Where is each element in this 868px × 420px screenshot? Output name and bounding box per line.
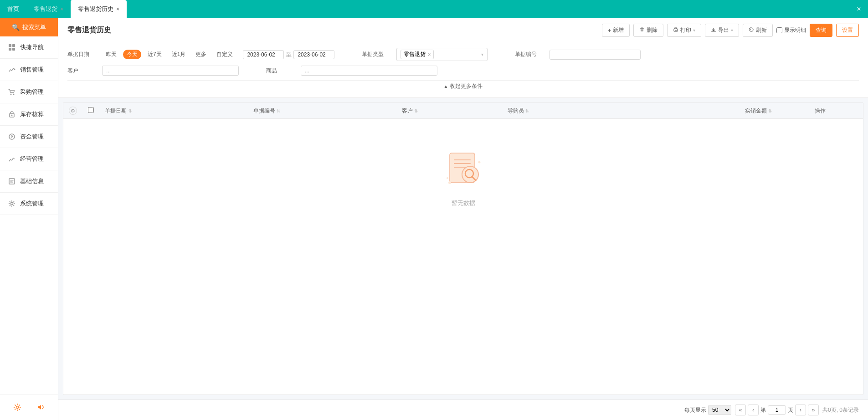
shortcut-custom[interactable]: 自定义	[213, 50, 236, 59]
tab-retail-return[interactable]: 零售退货 ×	[26, 0, 71, 18]
sidebar-item-inventory-label: 库存核算	[20, 110, 44, 118]
col-header-amount: 实销金额 ⇅	[629, 103, 778, 119]
product-filter-select[interactable]: ...	[301, 66, 437, 76]
sidebar-item-inventory[interactable]: 库存核算	[0, 103, 58, 126]
sidebar-item-operation-label: 经营管理	[20, 155, 44, 163]
shortcut-yesterday[interactable]: 昨天	[102, 50, 120, 59]
sidebar-item-basic-info[interactable]: 基础信息	[0, 170, 58, 193]
sidebar-item-operation[interactable]: 经营管理	[0, 148, 58, 170]
sidebar-item-basic-info-label: 基础信息	[20, 177, 44, 185]
sales-icon	[7, 65, 16, 74]
sidebar-search[interactable]: 🔍 搜索菜单	[0, 18, 58, 36]
last-page-button[interactable]: »	[808, 405, 819, 415]
svg-point-11	[11, 203, 13, 205]
sidebar-volume-button[interactable]	[33, 400, 48, 415]
shortcut-today[interactable]: 今天	[123, 50, 141, 59]
collapse-bar[interactable]: ▲ 收起更多条件	[67, 80, 859, 92]
system-icon	[7, 199, 16, 208]
select-all-checkbox[interactable]	[88, 107, 94, 113]
prev-page-button[interactable]: ‹	[748, 405, 759, 415]
shortcut-1month[interactable]: 近1月	[168, 50, 190, 59]
first-page-button[interactable]: «	[735, 405, 746, 415]
tab-retail-return-label: 零售退货	[34, 5, 57, 13]
svg-point-4	[14, 69, 15, 70]
shortcut-more[interactable]: 更多	[192, 50, 210, 59]
type-filter-remove[interactable]: ×	[427, 51, 431, 58]
col-customer-label: 客户	[402, 108, 413, 114]
date-shortcuts: 昨天 今天 近7天 近1月 更多 自定义 至	[102, 50, 334, 59]
sidebar-item-system[interactable]: 系统管理	[0, 193, 58, 215]
sidebar-settings-button[interactable]	[10, 400, 25, 415]
export-icon	[711, 27, 716, 34]
close-window-button[interactable]: ×	[850, 0, 868, 18]
data-table: ⚙ 单据日期 ⇅ 单据编号 ⇅	[63, 103, 863, 235]
page-title-row: 零售退货历史 + 新增 删除	[67, 24, 859, 37]
toolbar: + 新增 删除 打印 ▾	[602, 24, 859, 37]
date-to-input[interactable]	[293, 50, 334, 59]
tab-retail-return-history-label: 零售退货历史	[78, 5, 113, 13]
col-header-actions: 操作	[777, 103, 863, 119]
tab-home[interactable]: 首页	[0, 0, 26, 18]
sidebar-item-purchase[interactable]: 采购管理	[0, 81, 58, 103]
sidebar-item-sales-label: 销售管理	[20, 66, 44, 74]
tab-retail-return-history-close[interactable]: ×	[116, 6, 119, 12]
settings-label: 设置	[842, 26, 853, 34]
delete-button[interactable]: 删除	[633, 24, 663, 37]
date-range: 至	[243, 50, 334, 59]
refresh-icon	[749, 27, 754, 34]
empty-state: 暂无数据	[63, 119, 863, 235]
date-from-input[interactable]	[243, 50, 284, 59]
page-suffix: 页	[788, 406, 793, 414]
inventory-icon	[7, 110, 16, 119]
svg-point-5	[10, 94, 12, 95]
shortcut-7days[interactable]: 近7天	[144, 50, 165, 59]
table-settings-btn[interactable]: ⚙	[69, 107, 77, 115]
settings-button[interactable]: 设置	[836, 24, 859, 37]
tab-retail-return-history[interactable]: 零售退货历史 ×	[71, 0, 127, 18]
sidebar-search-label: 搜索菜单	[22, 23, 46, 31]
display-toggle-label: 显示明细	[784, 26, 806, 34]
refresh-button[interactable]: 刷新	[743, 24, 773, 37]
delete-label: 删除	[647, 26, 657, 34]
sort-voucher-icon[interactable]: ⇅	[277, 108, 280, 113]
tab-retail-return-close[interactable]: ×	[60, 6, 63, 12]
type-filter-select[interactable]: 零售退货 × ▾	[396, 48, 488, 61]
sort-amount-icon[interactable]: ⇅	[768, 108, 772, 113]
sort-customer-icon[interactable]: ⇅	[414, 108, 418, 113]
sidebar-item-quick-nav-label: 快捷导航	[20, 43, 44, 51]
finance-icon	[7, 132, 16, 141]
page-prefix: 第	[760, 406, 766, 414]
main-layout: 🔍 搜索菜单 快捷导航 销售管理 采购管理 库存核算	[0, 18, 868, 420]
col-amount-label: 实销金额	[745, 108, 767, 114]
customer-filter-select[interactable]: ...	[102, 66, 239, 76]
svg-point-6	[13, 94, 15, 95]
page-title: 零售退货历史	[67, 26, 111, 35]
page-number-input[interactable]	[768, 405, 786, 415]
col-header-guide: 导购员 ⇅	[502, 103, 629, 119]
type-filter-value: 零售退货	[404, 51, 426, 58]
print-button[interactable]: 打印 ▾	[667, 24, 701, 37]
sidebar-item-purchase-label: 采购管理	[20, 88, 44, 96]
new-button[interactable]: + 新增	[602, 24, 630, 37]
sort-guide-icon[interactable]: ⇅	[525, 108, 529, 113]
empty-text: 暂无数据	[452, 199, 475, 207]
type-filter-label: 单据类型	[362, 51, 387, 58]
refresh-label: 刷新	[756, 26, 767, 34]
plus-icon: +	[608, 27, 611, 34]
sidebar-item-finance[interactable]: 资金管理	[0, 126, 58, 148]
next-page-button[interactable]: ›	[795, 405, 806, 415]
svg-point-21	[448, 181, 451, 184]
sort-date-icon[interactable]: ⇅	[128, 108, 132, 113]
sidebar-item-system-label: 系统管理	[20, 200, 44, 208]
page-size-dropdown[interactable]: 50 100 200	[708, 405, 731, 415]
voucher-filter-input[interactable]	[550, 50, 641, 60]
sidebar-item-quick-nav[interactable]: 快捷导航	[0, 36, 58, 59]
display-toggle-checkbox[interactable]	[776, 27, 782, 33]
page-size-select: 每页显示 50 100 200	[684, 405, 731, 415]
export-label: 导出	[718, 26, 729, 34]
export-button[interactable]: 导出 ▾	[705, 24, 739, 37]
sidebar-item-sales[interactable]: 销售管理	[0, 59, 58, 81]
query-button[interactable]: 查询	[810, 24, 832, 37]
display-toggle[interactable]: 显示明细	[776, 26, 806, 34]
new-label: 新增	[613, 26, 624, 34]
